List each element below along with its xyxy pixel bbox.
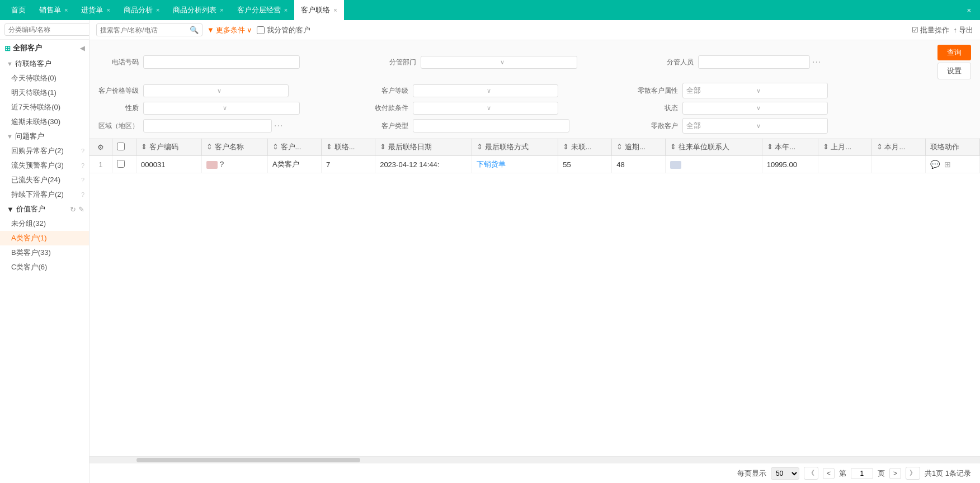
page-number-input[interactable] <box>851 468 873 479</box>
nav-purchase-order[interactable]: 进货单 × <box>74 0 116 20</box>
sidebar-item-unclassified[interactable]: 未分组(32) <box>0 216 89 231</box>
col-name-sort-icon[interactable]: ⇕ <box>206 143 213 151</box>
table-footer: 每页显示 20 50 100 《 < 第 页 > 》 共1页 1条记录 <box>89 463 980 483</box>
toolbar-search-input[interactable] <box>100 26 190 34</box>
row-customer-name: ? <box>202 156 267 173</box>
all-customers-header[interactable]: ⊞ 全部客户 ◀ <box>0 40 89 56</box>
region-input[interactable] <box>143 119 272 132</box>
close-customer-contact[interactable]: × <box>333 7 337 13</box>
last-contact-method-link[interactable]: 下销货单 <box>477 160 506 168</box>
close-purchase-order[interactable]: × <box>106 7 110 13</box>
col-level-sort-icon[interactable]: ⇕ <box>272 143 279 151</box>
manager-input[interactable] <box>698 55 810 69</box>
batch-operations-button[interactable]: ☑ 批量操作 <box>912 25 949 35</box>
row-checkbox-cell[interactable] <box>112 156 136 173</box>
first-page-button[interactable]: 《 <box>804 467 818 480</box>
filter-more-button[interactable]: ▼ 更多条件 ∨ <box>207 25 252 35</box>
help-icon-repurchase[interactable]: ? <box>81 148 84 154</box>
help-icon-churn-warning[interactable]: ? <box>81 162 84 169</box>
status-select[interactable]: ∨ <box>682 102 828 115</box>
col-contact-sort-icon[interactable]: ⇕ <box>326 143 332 151</box>
chat-action-icon[interactable]: 💬 <box>930 160 940 169</box>
col-thisyear-sort-icon[interactable]: ⇕ <box>767 143 773 151</box>
nav-home[interactable]: 首页 <box>4 0 32 20</box>
table-settings-icon[interactable]: ⚙ <box>97 143 104 151</box>
filter-dept: 分管部门 ∨ <box>376 56 653 69</box>
close-product-analysis[interactable]: × <box>156 7 159 13</box>
sidebar-item-7days-pending[interactable]: 近7天待联络(0) <box>0 100 89 115</box>
col-method-sort-icon[interactable]: ⇕ <box>477 143 483 151</box>
sidebar-item-repurchase-abnormal[interactable]: 回购异常客户(2) ? <box>0 144 89 158</box>
region-dots-btn[interactable]: ··· <box>274 121 283 131</box>
price-level-select[interactable]: ∨ <box>143 84 289 97</box>
manager-label: 分管人员 <box>653 58 698 67</box>
query-button[interactable]: 查询 <box>937 45 971 60</box>
col-notcontact-sort-icon[interactable]: ⇕ <box>563 143 569 151</box>
pending-contact-group[interactable]: ▼ 待联络客户 <box>0 56 89 71</box>
nature-arrow: ∨ <box>223 105 296 112</box>
nav-product-analysis[interactable]: 商品分析 × <box>117 0 166 20</box>
phone-input[interactable] <box>143 55 300 69</box>
col-thismonth-sort-icon[interactable]: ⇕ <box>877 143 883 151</box>
table-checkbox-col[interactable] <box>112 139 136 156</box>
last-page-button[interactable]: 》 <box>906 467 920 480</box>
toolbar-search-icon[interactable]: 🔍 <box>190 26 199 34</box>
prev-page-button[interactable]: < <box>823 468 835 479</box>
manager-dots-btn[interactable]: ··· <box>812 57 821 67</box>
sidebar-item-today-pending[interactable]: 今天待联络(0) <box>0 71 89 86</box>
nature-select[interactable]: ∨ <box>143 102 300 115</box>
refresh-icon[interactable]: ↻ <box>70 205 76 214</box>
dept-select[interactable]: ∨ <box>421 56 577 69</box>
help-icon-declining[interactable]: ? <box>81 191 84 198</box>
edit-icon[interactable]: ✎ <box>78 205 84 214</box>
help-icon-churned[interactable]: ? <box>81 177 84 183</box>
col-visit-sort-icon[interactable]: ⇕ <box>670 143 676 151</box>
col-this-month: ⇕ 本月... <box>871 139 925 156</box>
col-lastmonth-sort-icon[interactable]: ⇕ <box>823 143 829 151</box>
sidebar-item-tomorrow-pending[interactable]: 明天待联络(1) <box>0 86 89 100</box>
select-all-checkbox[interactable] <box>117 143 125 150</box>
horizontal-scrollbar[interactable] <box>89 456 980 463</box>
sidebar-item-churn-warning[interactable]: 流失预警客户(3) ? <box>0 158 89 173</box>
sidebar-item-c-class[interactable]: C类客户(6) <box>0 260 89 274</box>
nav-sales-order[interactable]: 销售单 × <box>32 0 74 20</box>
problem-customers-group[interactable]: ▼ 问题客户 <box>0 129 89 144</box>
col-code-sort-icon[interactable]: ⇕ <box>141 143 147 151</box>
global-close-button[interactable]: × <box>962 4 976 17</box>
payment-select[interactable]: ∨ <box>413 102 558 115</box>
sidebar-search-input[interactable] <box>4 23 89 36</box>
scrollbar-thumb[interactable] <box>136 458 360 462</box>
sidebar-item-a-class[interactable]: A类客户(1) <box>0 231 89 245</box>
retail-attr-select[interactable]: 全部 ∨ <box>682 83 828 98</box>
row-checkbox[interactable] <box>117 160 125 168</box>
col-overdue-sort-icon[interactable]: ⇕ <box>616 143 623 151</box>
page-size-select[interactable]: 20 50 100 <box>771 467 799 480</box>
dept-label: 分管部门 <box>376 58 421 67</box>
sidebar-item-b-class[interactable]: B类客户(33) <box>0 245 89 260</box>
sidebar-item-declining[interactable]: 持续下滑客户(2) ? <box>0 187 89 202</box>
nav-product-analysis-list[interactable]: 商品分析列表 × <box>166 0 230 20</box>
customer-level-select[interactable]: ∨ <box>413 84 558 97</box>
main-layout: 🔍 ⊞ 全部客户 ◀ ▼ 待联络客户 今天待联络(0) 明天待联络(1) 近7天… <box>0 20 980 483</box>
close-product-analysis-list[interactable]: × <box>220 7 223 13</box>
value-customers-icons: ↻ ✎ <box>70 205 84 214</box>
sidebar-collapse-btn[interactable]: ◀ <box>80 45 84 52</box>
export-button[interactable]: ↑ 导出 <box>954 25 974 35</box>
customer-type-input[interactable] <box>413 119 569 132</box>
col-date-sort-icon[interactable]: ⇕ <box>380 143 386 151</box>
my-customer-checkbox-label[interactable]: 我分管的客户 <box>257 25 310 35</box>
close-sales-order[interactable]: × <box>64 7 68 13</box>
nav-customer-segment[interactable]: 客户分层经营 × <box>230 0 294 20</box>
problem-customers-arrow: ▼ <box>7 133 13 140</box>
table-settings-col[interactable]: ⚙ <box>89 139 112 156</box>
sidebar-item-churned[interactable]: 已流失客户(24) ? <box>0 173 89 187</box>
close-customer-segment[interactable]: × <box>284 7 288 13</box>
my-customer-checkbox[interactable] <box>257 26 265 34</box>
total-records-label: 共1页 1条记录 <box>925 468 971 479</box>
nav-customer-contact[interactable]: 客户联络 × <box>294 0 343 20</box>
next-page-button[interactable]: > <box>889 468 901 479</box>
grid-action-icon[interactable]: ⊞ <box>944 160 951 169</box>
settings-button[interactable]: 设置 <box>937 63 971 79</box>
sidebar-item-overdue-contact[interactable]: 逾期未联络(30) <box>0 115 89 129</box>
retail-customer-select[interactable]: 全部 ∨ <box>682 118 828 134</box>
